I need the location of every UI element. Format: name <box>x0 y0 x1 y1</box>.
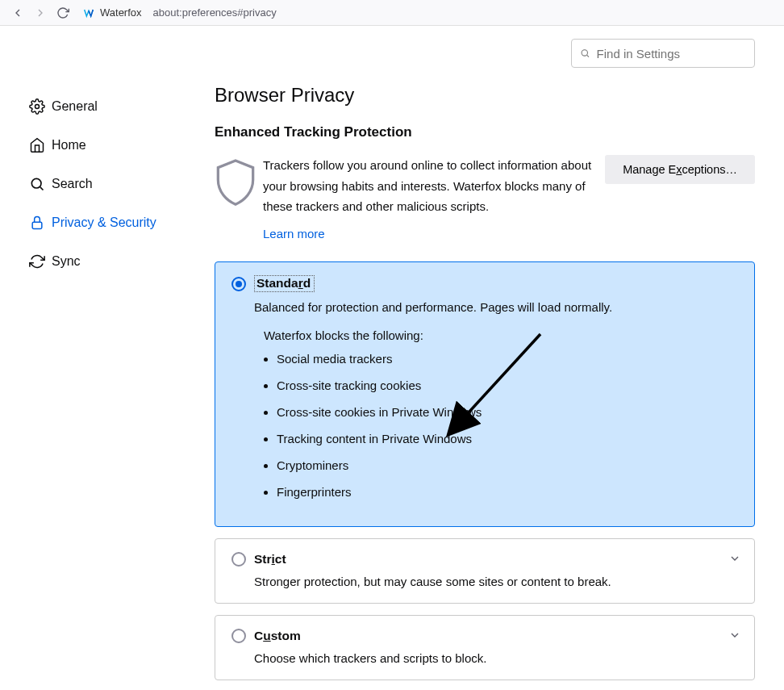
svg-point-1 <box>31 178 41 188</box>
shield-icon <box>215 155 263 207</box>
radio-standard[interactable] <box>231 277 246 291</box>
radio-strict[interactable] <box>231 552 246 567</box>
home-icon <box>29 137 52 153</box>
list-item: Social media trackers <box>277 352 735 366</box>
page-title: Browser Privacy <box>215 84 755 107</box>
chevron-down-icon[interactable] <box>728 629 741 645</box>
svg-line-2 <box>40 187 44 190</box>
search-icon <box>580 48 590 59</box>
radio-custom[interactable] <box>231 629 246 643</box>
sidebar-item-label: Home <box>52 138 86 153</box>
list-item: Cryptominers <box>277 458 735 472</box>
gear-icon <box>29 98 52 115</box>
list-item: Cross-site tracking cookies <box>277 378 735 392</box>
svg-point-0 <box>35 105 40 109</box>
blocks-label: Waterfox blocks the following: <box>264 328 735 342</box>
section-subtitle: Enhanced Tracking Protection <box>215 124 755 140</box>
sidebar-item-label: General <box>52 99 98 114</box>
etp-option-custom[interactable]: Custom Choose which trackers and scripts… <box>215 615 755 680</box>
settings-search[interactable] <box>571 39 755 68</box>
sync-icon <box>29 253 52 270</box>
address-bar[interactable]: about:preferences#privacy <box>153 6 277 19</box>
settings-search-input[interactable] <box>597 47 746 61</box>
list-item: Cross-site cookies in Private Windows <box>277 405 735 419</box>
svg-rect-3 <box>32 222 42 228</box>
reload-button[interactable] <box>52 2 74 24</box>
option-desc: Balanced for protection and performance.… <box>254 300 735 314</box>
sidebar-item-privacy[interactable]: Privacy & Security <box>29 207 202 239</box>
main-panel: Browser Privacy Enhanced Tracking Protec… <box>202 26 784 690</box>
sidebar-item-sync[interactable]: Sync <box>29 245 202 278</box>
sidebar: General Home Search Privacy & Security S… <box>0 26 202 690</box>
browser-toolbar: Waterfox about:preferences#privacy <box>0 0 784 26</box>
svg-line-5 <box>587 55 589 56</box>
intro-text: Trackers follow you around online to col… <box>263 155 605 244</box>
back-button[interactable] <box>6 2 29 24</box>
chevron-down-icon[interactable] <box>728 552 741 568</box>
forward-button[interactable] <box>29 2 52 24</box>
svg-point-4 <box>582 50 587 56</box>
learn-more-link[interactable]: Learn more <box>263 224 325 245</box>
sidebar-item-search[interactable]: Search <box>29 168 202 200</box>
lock-icon <box>29 215 52 231</box>
option-desc: Choose which trackers and scripts to blo… <box>254 651 735 665</box>
list-item: Tracking content in Private Windows <box>277 432 735 445</box>
sidebar-item-label: Privacy & Security <box>52 215 156 230</box>
waterfox-logo-icon <box>82 6 95 19</box>
search-icon <box>29 176 52 192</box>
sidebar-item-general[interactable]: General <box>29 90 202 123</box>
manage-exceptions-button[interactable]: Manage Exceptions… <box>605 155 755 184</box>
sidebar-item-label: Sync <box>52 254 81 269</box>
etp-option-standard[interactable]: Standard Balanced for protection and per… <box>215 261 755 527</box>
app-badge: Waterfox <box>82 6 142 19</box>
app-name: Waterfox <box>100 6 142 19</box>
etp-option-strict[interactable]: Strict Stronger protection, but may caus… <box>215 538 755 604</box>
list-item: Fingerprinters <box>277 485 735 499</box>
sidebar-item-home[interactable]: Home <box>29 129 202 161</box>
sidebar-item-label: Search <box>52 177 93 191</box>
blocks-list: Social media trackers Cross-site trackin… <box>277 352 735 499</box>
option-desc: Stronger protection, but may cause some … <box>254 575 735 588</box>
